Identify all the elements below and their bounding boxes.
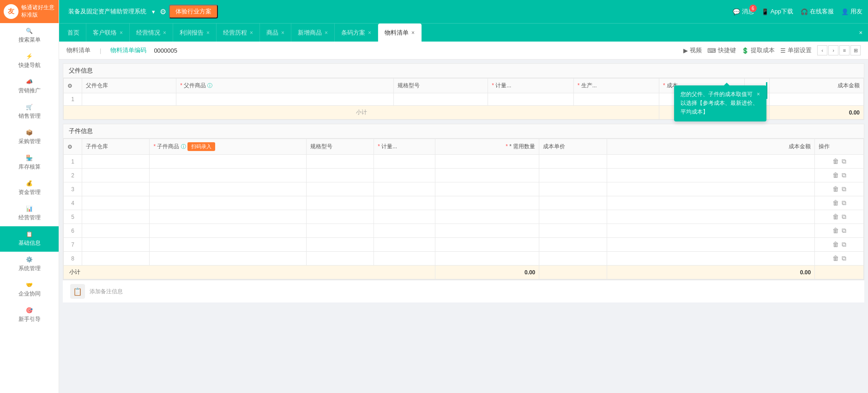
child-row-4-spec[interactable]: [306, 196, 374, 210]
tab-goods[interactable]: 商品 ×: [260, 24, 291, 42]
single-settings-action[interactable]: ☰ 单据设置: [780, 46, 812, 54]
child-row-3-spec[interactable]: [306, 182, 374, 196]
delete-row-2-icon[interactable]: 🗑: [832, 171, 839, 179]
tab-history[interactable]: 经营历程 ×: [217, 24, 260, 42]
child-row-7-qty[interactable]: [435, 238, 539, 252]
child-row-3-goods[interactable]: [150, 182, 306, 196]
parent-th-settings[interactable]: ⚙: [64, 79, 82, 93]
child-row-5-warehouse[interactable]: [82, 210, 150, 224]
delete-row-5-icon[interactable]: 🗑: [832, 213, 839, 221]
child-row-2-goods[interactable]: [150, 169, 306, 182]
user-button[interactable]: 👤 用友: [841, 7, 862, 16]
child-row-2-unit[interactable]: [374, 169, 435, 182]
close-tab-new-goods-icon[interactable]: ×: [325, 30, 328, 36]
child-row-3-unit[interactable]: [374, 182, 435, 196]
delete-row-4-icon[interactable]: 🗑: [832, 199, 839, 207]
close-tab-client-icon[interactable]: ×: [120, 30, 123, 36]
sidebar-item-operation[interactable]: 📊 经营管理: [0, 201, 59, 226]
list-view-button[interactable]: ≡: [839, 45, 850, 55]
child-row-1-goods[interactable]: [150, 155, 306, 169]
tab-bom[interactable]: 物料清单 ×: [378, 24, 422, 42]
parent-row-1-production[interactable]: [573, 93, 659, 106]
child-row-3-unit-cost[interactable]: [539, 182, 607, 196]
tab-home[interactable]: 首页: [61, 24, 86, 42]
child-row-4-goods[interactable]: [150, 196, 306, 210]
sidebar-item-inventory[interactable]: 🏪 库存核算: [0, 150, 59, 175]
tab-operation-status[interactable]: 经营情况 ×: [130, 24, 173, 42]
settings-icon[interactable]: ⚙: [157, 7, 169, 16]
sidebar-item-search[interactable]: 🔍 搜索菜单: [0, 23, 59, 48]
grid-view-button[interactable]: ⊞: [850, 45, 861, 55]
video-action[interactable]: ▶ 视频: [683, 46, 702, 54]
child-row-3-warehouse[interactable]: [82, 182, 150, 196]
cost-action[interactable]: 💲 提取成本: [741, 46, 775, 54]
child-row-1-unit[interactable]: [374, 155, 435, 169]
copy-row-4-icon[interactable]: ⧉: [842, 199, 846, 207]
child-row-1-unit-cost[interactable]: [539, 155, 607, 169]
child-row-8-unit-cost[interactable]: [539, 252, 607, 266]
child-row-8-warehouse[interactable]: [82, 252, 150, 266]
child-row-7-unit[interactable]: [374, 238, 435, 252]
child-th-settings[interactable]: ⚙: [64, 139, 82, 155]
tab-barcode[interactable]: 条码方案 ×: [335, 24, 378, 42]
child-row-6-qty[interactable]: [435, 224, 539, 238]
child-row-7-spec[interactable]: [306, 238, 374, 252]
child-row-5-unit-cost[interactable]: [539, 210, 607, 224]
sidebar-item-enterprise[interactable]: 🤝 企业协同: [0, 277, 59, 302]
child-row-1-spec[interactable]: [306, 155, 374, 169]
child-row-6-unit-cost[interactable]: [539, 224, 607, 238]
child-row-3-qty[interactable]: [435, 182, 539, 196]
child-row-6-unit[interactable]: [374, 224, 435, 238]
copy-row-2-icon[interactable]: ⧉: [842, 171, 846, 179]
delete-row-6-icon[interactable]: 🗑: [832, 227, 839, 235]
sidebar-item-basic[interactable]: 📋 基础信息: [0, 226, 59, 252]
delete-row-1-icon[interactable]: 🗑: [832, 157, 839, 165]
child-row-4-unit-cost[interactable]: [539, 196, 607, 210]
tab-client[interactable]: 客户联络 ×: [86, 24, 130, 42]
scan-input-button[interactable]: 扫码录入: [187, 142, 215, 151]
child-row-4-qty[interactable]: [435, 196, 539, 210]
copy-row-8-icon[interactable]: ⧉: [842, 254, 846, 262]
prev-page-button[interactable]: ‹: [817, 45, 827, 55]
close-tab-operation-icon[interactable]: ×: [163, 30, 166, 36]
next-page-button[interactable]: ›: [828, 45, 838, 55]
sidebar-item-quick-nav[interactable]: ⚡ 快捷导航: [0, 48, 59, 74]
close-tab-profit-icon[interactable]: ×: [206, 30, 210, 36]
parent-row-1-goods[interactable]: [176, 93, 394, 106]
copy-row-1-icon[interactable]: ⧉: [842, 157, 846, 165]
message-button[interactable]: 💬 6 消息: [733, 7, 754, 16]
copy-row-6-icon[interactable]: ⧉: [842, 227, 846, 235]
child-row-5-goods[interactable]: [150, 210, 306, 224]
app-download-button[interactable]: 📱 App下载: [761, 7, 793, 16]
child-row-5-qty[interactable]: [435, 210, 539, 224]
tab-profit[interactable]: 利润报告 ×: [173, 24, 217, 42]
child-row-7-warehouse[interactable]: [82, 238, 150, 252]
child-row-6-spec[interactable]: [306, 224, 374, 238]
child-row-5-spec[interactable]: [306, 210, 374, 224]
child-row-1-warehouse[interactable]: [82, 155, 150, 169]
sidebar-item-purchase[interactable]: 📦 采购管理: [0, 125, 59, 150]
close-tab-bom-icon[interactable]: ×: [411, 30, 415, 36]
bottom-icon[interactable]: 📋: [70, 284, 85, 299]
sidebar-item-marketing[interactable]: 📣 营销推广: [0, 74, 59, 99]
delete-row-3-icon[interactable]: 🗑: [832, 185, 839, 193]
child-row-2-unit-cost[interactable]: [539, 169, 607, 182]
copy-row-7-icon[interactable]: ⧉: [842, 241, 846, 248]
child-row-1-qty[interactable]: [435, 155, 539, 169]
child-row-4-unit[interactable]: [374, 196, 435, 210]
trial-button[interactable]: 体验行业方案: [169, 5, 218, 18]
child-row-2-warehouse[interactable]: [82, 169, 150, 182]
copy-row-3-icon[interactable]: ⧉: [842, 185, 846, 193]
online-service-button[interactable]: 🎧 在线客服: [801, 7, 834, 16]
child-row-8-unit[interactable]: [374, 252, 435, 266]
child-row-7-unit-cost[interactable]: [539, 238, 607, 252]
child-row-6-warehouse[interactable]: [82, 224, 150, 238]
child-row-7-goods[interactable]: [150, 238, 306, 252]
child-row-8-qty[interactable]: [435, 252, 539, 266]
tooltip-close-button[interactable]: ×: [757, 90, 760, 99]
parent-row-1-spec[interactable]: [394, 93, 488, 106]
close-tab-history-icon[interactable]: ×: [250, 30, 253, 36]
sidebar-item-system[interactable]: ⚙️ 系统管理: [0, 252, 59, 277]
parent-row-1-warehouse[interactable]: [82, 93, 176, 106]
parent-row-1-unit[interactable]: [488, 93, 573, 106]
